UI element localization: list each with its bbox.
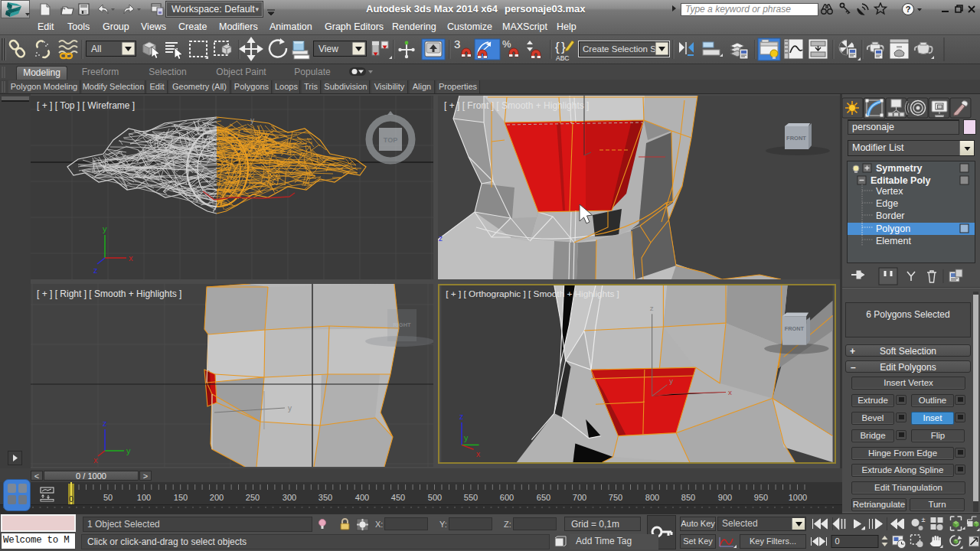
svg-text:900: 900 <box>718 493 732 502</box>
svg-text:y: y <box>669 377 673 385</box>
svg-text:y: y <box>464 433 469 442</box>
svg-text:500: 500 <box>428 493 442 502</box>
svg-text:650: 650 <box>537 493 550 502</box>
svg-text:x: x <box>728 389 732 397</box>
svg-text:Border: Border <box>876 210 905 221</box>
svg-text:ABC: ABC <box>556 54 569 62</box>
svg-text:z: z <box>93 266 98 275</box>
svg-text:950: 950 <box>754 493 768 502</box>
svg-text:View: View <box>318 44 338 54</box>
svg-text:FRONT: FRONT <box>785 325 805 332</box>
svg-text:±: ± <box>922 516 926 523</box>
svg-text:1000: 1000 <box>789 493 807 502</box>
svg-text:z: z <box>439 234 443 243</box>
svg-text:All: All <box>91 44 101 54</box>
svg-text:400: 400 <box>355 493 369 502</box>
svg-text:850: 850 <box>681 493 695 502</box>
svg-text:700: 700 <box>573 493 586 502</box>
svg-text:3: 3 <box>454 37 460 51</box>
svg-text:800: 800 <box>645 493 659 502</box>
svg-text:300: 300 <box>283 493 296 502</box>
svg-text:Edge: Edge <box>876 198 898 209</box>
svg-text:RIGHT: RIGHT <box>393 321 411 328</box>
svg-text:0: 0 <box>69 495 74 504</box>
svg-text:[ + ] [ Top ] [ Wireframe ]: [ + ] [ Top ] [ Wireframe ] <box>37 100 135 111</box>
svg-text:550: 550 <box>464 493 478 502</box>
svg-text:Create Selection Se: Create Selection Se <box>583 44 661 54</box>
svg-text:y: y <box>288 404 292 412</box>
svg-text:200: 200 <box>210 493 224 502</box>
svg-text:[ + ] [ Right ] [ Smooth + Hig: [ + ] [ Right ] [ Smooth + Highlights ] <box>37 289 181 299</box>
svg-text:}: } <box>561 40 566 54</box>
svg-text:350: 350 <box>318 493 332 502</box>
svg-text:y: y <box>250 116 254 125</box>
svg-text:{: { <box>555 40 560 54</box>
svg-text:[ + ] [ Orthographic ] [ Smoot: [ + ] [ Orthographic ] [ Smooth + Highli… <box>446 289 619 298</box>
svg-text:x: x <box>93 455 98 465</box>
svg-text:Symmetry: Symmetry <box>876 163 922 174</box>
svg-text:x: x <box>476 449 481 458</box>
svg-text:250: 250 <box>246 493 260 502</box>
svg-text:450: 450 <box>391 493 405 502</box>
svg-text:Vertex: Vertex <box>876 186 903 197</box>
svg-text:?: ? <box>906 5 911 14</box>
svg-text:Polygon: Polygon <box>876 223 910 234</box>
svg-text:100: 100 <box>137 493 151 502</box>
svg-text:FRONT: FRONT <box>786 135 806 142</box>
svg-text:600: 600 <box>500 493 514 502</box>
svg-text:Editable Poly: Editable Poly <box>871 175 931 186</box>
svg-text:z: z <box>459 412 463 421</box>
svg-text:150: 150 <box>174 493 188 502</box>
svg-text:50: 50 <box>103 493 113 502</box>
svg-text:TOP: TOP <box>384 136 397 144</box>
svg-text:z: z <box>650 304 654 312</box>
svg-text:y: y <box>126 446 131 455</box>
svg-text:Element: Element <box>876 236 911 246</box>
svg-text:x: x <box>129 253 133 262</box>
svg-text:y: y <box>103 224 107 233</box>
svg-text:z: z <box>103 419 107 428</box>
svg-text:750: 750 <box>609 493 622 502</box>
svg-text:0: 0 <box>835 536 840 546</box>
svg-text:[ + ] [ Front ] [ Smooth + Hig: [ + ] [ Front ] [ Smooth + Highlights ] <box>444 100 589 111</box>
svg-text:%: % <box>502 38 511 50</box>
